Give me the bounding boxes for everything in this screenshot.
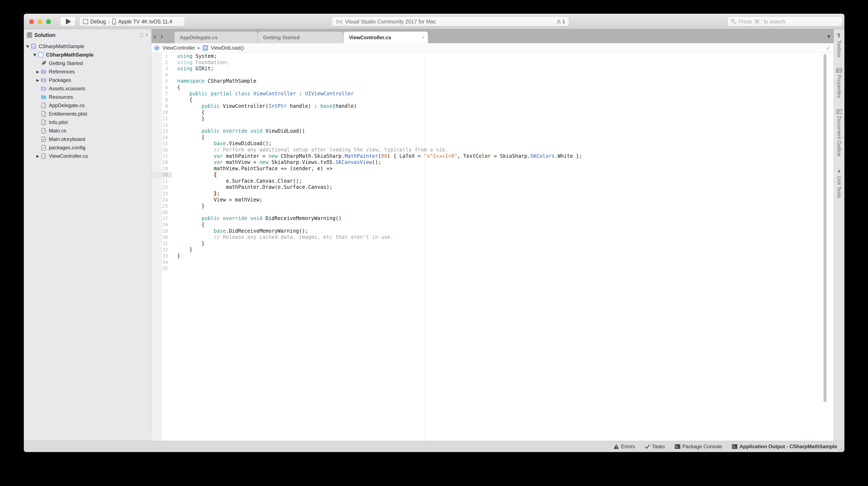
line-number[interactable]: 11 (152, 116, 172, 122)
status-pad-errors[interactable]: Errors (613, 444, 635, 450)
sidebar-item-info-plist[interactable]: Info.plist (24, 118, 151, 126)
code-line[interactable]: 31 } (152, 240, 834, 247)
code-line[interactable]: 5namespace CSharpMathSample (152, 78, 834, 84)
code-line[interactable]: 15 base.ViewDidLoad(); (152, 141, 834, 147)
code-line[interactable]: 6{ (152, 84, 834, 91)
navigate-back-button[interactable]: ‹ (154, 32, 156, 40)
line-number[interactable]: 34 (152, 259, 172, 265)
dock-tab-document-outline[interactable]: Document Outline (836, 109, 842, 156)
close-tab-icon[interactable]: × (422, 35, 425, 40)
dock-tab-unit-tests[interactable]: Unit Tests (836, 168, 842, 198)
sidebar-item-packages-config[interactable]: <>packages.config (24, 143, 151, 152)
dock-tab-properties[interactable]: Properties (836, 68, 842, 98)
disclosure-right-icon[interactable]: ▶ (35, 78, 40, 82)
line-number[interactable]: 23 (152, 191, 172, 197)
code-line[interactable]: 25 } (152, 203, 834, 209)
code-line[interactable]: 22 mathPainter.Draw(e.Surface.Canvas); (152, 184, 834, 191)
line-number[interactable]: 17 (152, 153, 172, 160)
sidebar-item-entitlements-plist[interactable]: Entitlements.plist (24, 110, 151, 118)
code-line[interactable]: 16 // Perform any additional setup after… (152, 147, 834, 153)
warning-count-button[interactable]: ⚠ 1 (556, 19, 565, 25)
code-line[interactable]: 26 (152, 209, 834, 216)
code-line[interactable]: 8 { (152, 97, 834, 103)
line-number[interactable]: 22 (152, 184, 172, 191)
line-number[interactable]: 33 (152, 253, 172, 259)
disclosure-down-icon[interactable]: ▼ (25, 44, 30, 49)
code-line[interactable]: 17 var mathPainter = new CSharpMath.Skia… (152, 153, 834, 160)
tab-list-dropdown-icon[interactable]: ▼ (827, 34, 830, 39)
breadcrumb-class[interactable]: ViewController (162, 45, 195, 51)
code-line[interactable]: 32 } (152, 247, 834, 253)
line-number[interactable]: 29 (152, 228, 172, 234)
code-line[interactable]: 3using UIKit; (152, 66, 834, 72)
disclosure-down-icon[interactable]: ▼ (32, 53, 37, 57)
tab-getting-started[interactable]: Getting Started (258, 32, 343, 43)
line-number[interactable]: 9 (152, 103, 172, 110)
zoom-window-button[interactable] (46, 20, 51, 24)
line-number[interactable]: 16 (152, 147, 172, 153)
tab-appdelegate-cs[interactable]: AppDelegate.cs (175, 32, 257, 43)
status-pad-tasks[interactable]: Tasks (645, 444, 665, 450)
line-number[interactable]: 21 (152, 178, 172, 184)
dock-tab-toolbox[interactable]: Toolbox (836, 33, 842, 58)
code-line[interactable]: 20 { (152, 172, 834, 178)
run-configuration-selector[interactable]: Debug › Apple TV 4K tvOS 11.4 (80, 17, 185, 26)
line-number[interactable]: 20 (152, 172, 172, 178)
line-number[interactable]: 15 (152, 141, 172, 147)
sidebar-item-csharpmathsample[interactable]: ▼CSharpMathSample (24, 51, 151, 59)
sidebar-item-packages[interactable]: ▶Packages (24, 76, 151, 84)
code-line[interactable]: 1using System; (152, 53, 834, 59)
line-number[interactable]: 14 (152, 134, 172, 141)
run-button[interactable] (60, 17, 75, 26)
line-number[interactable]: 10 (152, 109, 172, 116)
code-line[interactable]: 35 (152, 265, 834, 272)
editor-scrollbar-thumb[interactable] (824, 54, 827, 402)
code-line[interactable]: 2using Foundation; (152, 59, 834, 66)
line-number[interactable]: 6 (152, 84, 172, 91)
code-line[interactable]: 24 View = mathView; (152, 197, 834, 203)
line-number[interactable]: 12 (152, 122, 172, 128)
code-line[interactable]: 34 (152, 259, 834, 265)
sidebar-item-references[interactable]: ▶References (24, 67, 151, 76)
code-line[interactable]: 28 { (152, 222, 834, 228)
sidebar-item-getting-started[interactable]: Getting Started (24, 59, 151, 67)
sidebar-item-assets-xcassets[interactable]: Assets.xcassets (24, 84, 151, 93)
line-number[interactable]: 31 (152, 240, 172, 247)
close-pad-icon[interactable]: × (145, 32, 148, 37)
line-number[interactable]: 32 (152, 247, 172, 253)
code-line[interactable]: 18 var mathView = new SkiaSharp.Views.tv… (152, 159, 834, 166)
line-number[interactable]: 30 (152, 234, 172, 240)
sidebar-item-csharpmathsample[interactable]: ▼CSharpMathSample (24, 42, 151, 51)
line-number[interactable]: 8 (152, 97, 172, 103)
sidebar-item-resources[interactable]: Resources (24, 93, 151, 101)
line-number[interactable]: 4 (152, 72, 172, 78)
status-pad-application-output-csharpmathsample[interactable]: Application Output - CSharpMathSample (732, 444, 837, 450)
line-number[interactable]: 2 (152, 59, 172, 66)
status-pad-package-console[interactable]: Package Console (675, 444, 722, 450)
line-number[interactable]: 35 (152, 265, 172, 272)
line-number[interactable]: 27 (152, 216, 172, 222)
code-line[interactable]: 27 public override void DidReceiveMemory… (152, 216, 834, 222)
line-number[interactable]: 18 (152, 159, 172, 166)
code-line[interactable]: 9 public ViewController(IntPtr handle) :… (152, 103, 834, 110)
line-number[interactable]: 13 (152, 128, 172, 134)
breadcrumb-method[interactable]: ViewDidLoad() (211, 45, 244, 51)
line-number[interactable]: 5 (152, 78, 172, 84)
disclosure-right-icon[interactable]: ▶ (35, 154, 40, 158)
line-number[interactable]: 3 (152, 66, 172, 72)
disclosure-right-icon[interactable]: ▶ (35, 69, 40, 74)
tab-viewcontroller-cs[interactable]: ViewController.cs× (344, 32, 428, 43)
code-editor[interactable]: 1using System;2using Foundation;3using U… (152, 53, 834, 441)
code-line[interactable]: 14 { (152, 134, 834, 141)
code-health-check-icon[interactable]: ✓ (826, 45, 831, 52)
line-number[interactable]: 24 (152, 197, 172, 203)
sidebar-item-main-cs[interactable]: {}Main.cs (24, 126, 151, 135)
close-window-button[interactable] (29, 20, 34, 24)
code-line[interactable]: 13 public override void ViewDidLoad() (152, 128, 834, 134)
code-line[interactable]: 19 mathView.PaintSurface += (sender, e) … (152, 166, 834, 172)
code-line[interactable]: 21 e.Surface.Canvas.Clear(); (152, 178, 834, 184)
line-number[interactable]: 25 (152, 203, 172, 209)
line-number[interactable]: 7 (152, 91, 172, 97)
sidebar-item-main-storyboard[interactable]: Main.storyboard (24, 135, 151, 143)
code-line[interactable]: 10 { (152, 109, 834, 116)
